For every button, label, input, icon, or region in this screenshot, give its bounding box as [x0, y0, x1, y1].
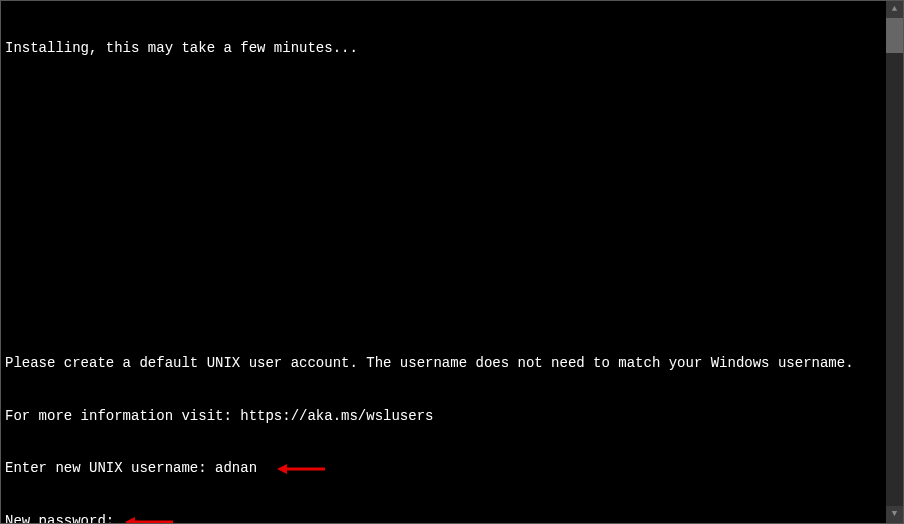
svg-marker-3: [125, 517, 135, 524]
terminal-line: [5, 145, 899, 163]
terminal-output: Installing, this may take a few minutes.…: [1, 1, 903, 523]
svg-marker-1: [277, 464, 287, 474]
scrollbar-up-button[interactable]: ▲: [886, 1, 903, 18]
terminal-line: [5, 93, 899, 111]
terminal-line: Enter new UNIX username: adnan: [5, 460, 899, 478]
chevron-up-icon: ▲: [892, 4, 897, 15]
terminal-line: New password:: [5, 513, 899, 524]
scrollbar-thumb[interactable]: [886, 18, 903, 53]
annotation-arrow-icon: [277, 463, 325, 475]
terminal-line: Please create a default UNIX user accoun…: [5, 355, 899, 373]
terminal-line: For more information visit: https://aka.…: [5, 408, 899, 426]
annotation-arrow-icon: [125, 516, 173, 524]
terminal-line: [5, 303, 899, 321]
terminal-line: [5, 250, 899, 268]
scrollbar-down-button[interactable]: ▼: [886, 506, 903, 523]
vertical-scrollbar[interactable]: ▲ ▼: [886, 1, 903, 523]
chevron-down-icon: ▼: [892, 509, 897, 520]
terminal-line: [5, 198, 899, 216]
terminal-line: Installing, this may take a few minutes.…: [5, 40, 899, 58]
